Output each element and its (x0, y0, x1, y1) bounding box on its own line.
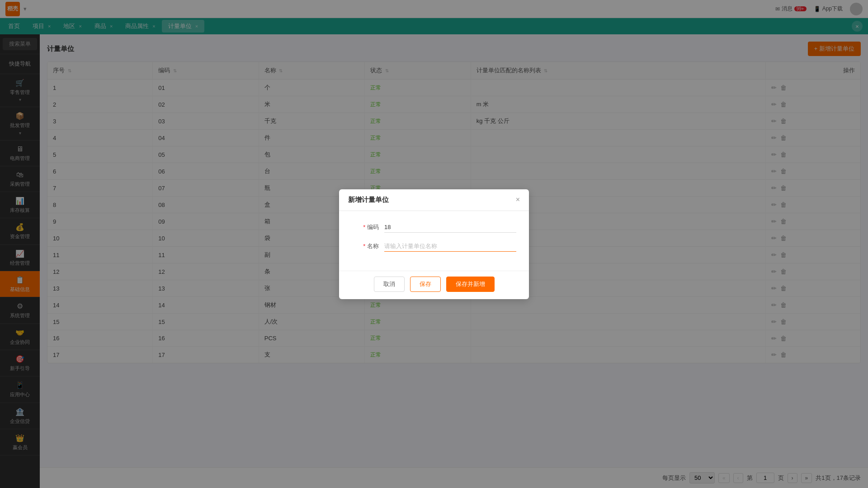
save-and-new-button[interactable]: 保存并新增 (446, 277, 495, 292)
modal-title: 新增计量单位 (348, 196, 389, 204)
name-label: 名称 (352, 242, 379, 250)
code-label: 编码 (352, 223, 379, 231)
form-row-code: 编码 (352, 222, 516, 233)
modal-footer: 取消 保存 保存并新增 (339, 271, 529, 299)
form-row-name: 名称 (352, 241, 516, 252)
save-button[interactable]: 保存 (410, 277, 441, 292)
modal-close-button[interactable]: × (516, 196, 520, 203)
name-input[interactable] (384, 241, 516, 252)
cancel-button[interactable]: 取消 (374, 277, 405, 292)
add-unit-modal: 新增计量单位 × 编码 名称 取消 保存 保存并新增 (339, 189, 529, 299)
code-input[interactable] (384, 222, 516, 233)
modal-overlay[interactable]: 新增计量单位 × 编码 名称 取消 保存 保存并新增 (0, 0, 868, 488)
modal-header: 新增计量单位 × (339, 189, 529, 211)
modal-body: 编码 名称 (339, 211, 529, 271)
